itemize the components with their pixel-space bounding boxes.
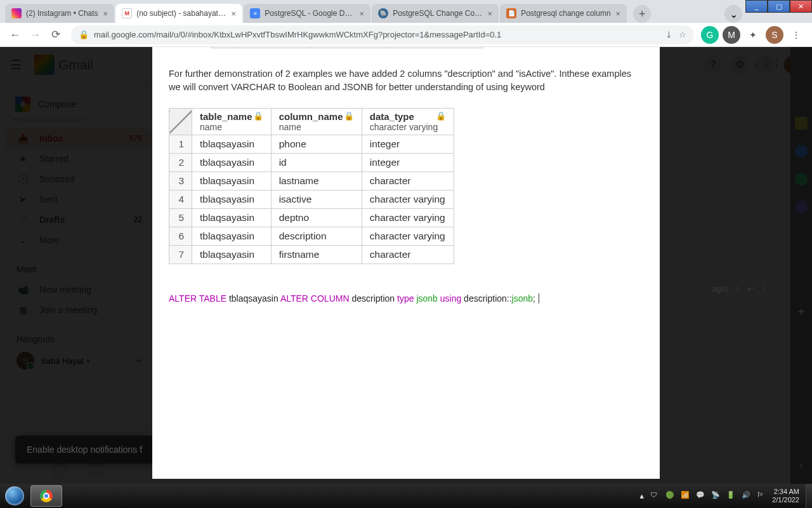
- tab-label: (no subject) - sabahayatkha: [136, 9, 226, 18]
- windows-taskbar: ▲ 🛡 🟢 📶 💬 📡 🔋 🔊 🏳 2:34 AM 2/1/2022: [0, 484, 812, 508]
- body-paragraph: For further demonstration of 2 examples …: [169, 67, 643, 94]
- table-row: [211, 47, 483, 48]
- tab-close-icon[interactable]: ×: [616, 9, 621, 18]
- profile-avatar[interactable]: S: [766, 26, 783, 44]
- table-row: 3tblaqsayasinlastnamecharacter: [169, 172, 454, 190]
- tray-app-icon[interactable]: 💬: [696, 491, 706, 501]
- sql-statement: ALTER TABLE tblaqsayasin ALTER COLUMN de…: [169, 293, 643, 304]
- tray-volume-icon[interactable]: 🔊: [742, 491, 752, 501]
- clock-time: 2:34 AM: [772, 488, 799, 496]
- tray-network-icon[interactable]: 📡: [711, 491, 721, 501]
- schema-table-full: table_name🔒name column_name🔒name data_ty…: [169, 108, 454, 264]
- taskbar-chrome[interactable]: [30, 485, 62, 507]
- tab-label: PostgreSQL Change Colum: [393, 9, 482, 18]
- grammarly-icon[interactable]: G: [701, 26, 719, 44]
- table-corner: [169, 109, 192, 135]
- new-tab-button[interactable]: +: [633, 5, 651, 23]
- tab-label: (2) Instagram • Chats: [26, 9, 98, 18]
- show-desktop-button[interactable]: [806, 484, 812, 508]
- nav-reload-button[interactable]: ⟳: [46, 25, 66, 45]
- tray-battery-icon[interactable]: 🔋: [726, 491, 737, 501]
- tab-dropdown-button[interactable]: ⌄: [724, 5, 742, 23]
- table-row: 4tblaqsayasinisactivecharacter varying: [169, 190, 454, 209]
- table-row: 2tblaqsayasinidinteger: [169, 154, 454, 172]
- lock-icon: 🔒: [344, 111, 354, 121]
- tab-close-icon[interactable]: ×: [232, 9, 237, 18]
- window-maximize-button[interactable]: ▢: [768, 0, 790, 13]
- tab-gdocs[interactable]: ≡ PostgreSQL - Google Docs ×: [244, 4, 370, 23]
- lock-icon: 🔒: [436, 111, 446, 121]
- schema-table-partial: 4tblaqsayasinlastnamecharacter varying5t…: [211, 47, 483, 48]
- url-input[interactable]: 🔒 mail.google.com/mail/u/0/#inbox/KtbxLw…: [71, 25, 694, 44]
- nav-forward-button[interactable]: →: [25, 25, 46, 45]
- tab-label: Postgresql change column: [521, 9, 610, 18]
- system-tray: ▲ 🛡 🟢 📶 💬 📡 🔋 🔊 🏳 2:34 AM 2/1/2022: [638, 488, 806, 504]
- tab-gmail-active[interactable]: M (no subject) - sabahayatkha ×: [115, 4, 242, 23]
- postgres-icon: 🐘: [378, 8, 388, 18]
- bookmark-star-icon[interactable]: ☆: [679, 30, 686, 39]
- tab-pg2[interactable]: 📄 Postgresql change column ×: [500, 4, 627, 23]
- tray-app-icon[interactable]: 🛡: [650, 491, 660, 501]
- col-header-table-name: table_name🔒name: [192, 109, 272, 135]
- taskbar-clock[interactable]: 2:34 AM 2/1/2022: [772, 488, 799, 504]
- table-row: 6tblaqsayasindescriptioncharacter varyin…: [169, 227, 454, 246]
- url-text: mail.google.com/mail/u/0/#inbox/KtbxLwHP…: [94, 30, 501, 39]
- instagram-icon: [11, 8, 22, 18]
- col-header-data-type: data_type🔒character varying: [362, 109, 454, 135]
- window-minimize-button[interactable]: _: [745, 0, 768, 13]
- lock-icon: 🔒: [253, 111, 263, 121]
- nav-back-button[interactable]: ←: [5, 25, 25, 45]
- extension-icon[interactable]: M: [723, 26, 740, 44]
- clock-date: 2/1/2022: [772, 496, 799, 504]
- windows-orb-icon: [5, 486, 24, 505]
- tray-app-icon[interactable]: 🟢: [665, 491, 676, 501]
- gdocs-icon: ≡: [250, 8, 260, 18]
- chrome-menu-button[interactable]: ⋮: [787, 26, 805, 44]
- attachment-preview-popup: 4tblaqsayasinlastnamecharacter varying5t…: [152, 47, 660, 479]
- tab-close-icon[interactable]: ×: [103, 9, 108, 18]
- tray-up-icon[interactable]: ▲: [638, 492, 645, 500]
- tray-flag-icon[interactable]: 🏳: [757, 491, 767, 501]
- table-row: 1tblaqsayasinphoneinteger: [169, 135, 454, 154]
- doc-icon: 📄: [506, 8, 516, 18]
- extensions-puzzle-icon[interactable]: ✦: [744, 26, 762, 44]
- table-row: 5tblaqsayasindeptnocharacter varying: [169, 209, 454, 227]
- col-header-column-name: column_name🔒name: [271, 109, 362, 135]
- tab-close-icon[interactable]: ×: [360, 9, 365, 18]
- start-button[interactable]: [0, 484, 29, 508]
- table-row: 7tblaqsayasinfirstnamecharacter: [169, 246, 454, 264]
- gmail-icon: M: [122, 8, 132, 18]
- window-close-button[interactable]: ✕: [790, 0, 812, 13]
- install-app-icon[interactable]: ⤓: [665, 30, 672, 39]
- address-bar: ← → ⟳ 🔒 mail.google.com/mail/u/0/#inbox/…: [0, 23, 812, 47]
- tray-app-icon[interactable]: 📶: [681, 491, 691, 501]
- lock-icon: 🔒: [79, 30, 89, 39]
- chrome-icon: [40, 490, 53, 502]
- browser-tab-strip: (2) Instagram • Chats × M (no subject) -…: [0, 0, 812, 23]
- tab-close-icon[interactable]: ×: [488, 9, 493, 18]
- tab-instagram[interactable]: (2) Instagram • Chats ×: [5, 4, 114, 23]
- tab-pg1[interactable]: 🐘 PostgreSQL Change Colum ×: [372, 4, 499, 23]
- tab-label: PostgreSQL - Google Docs: [265, 9, 354, 18]
